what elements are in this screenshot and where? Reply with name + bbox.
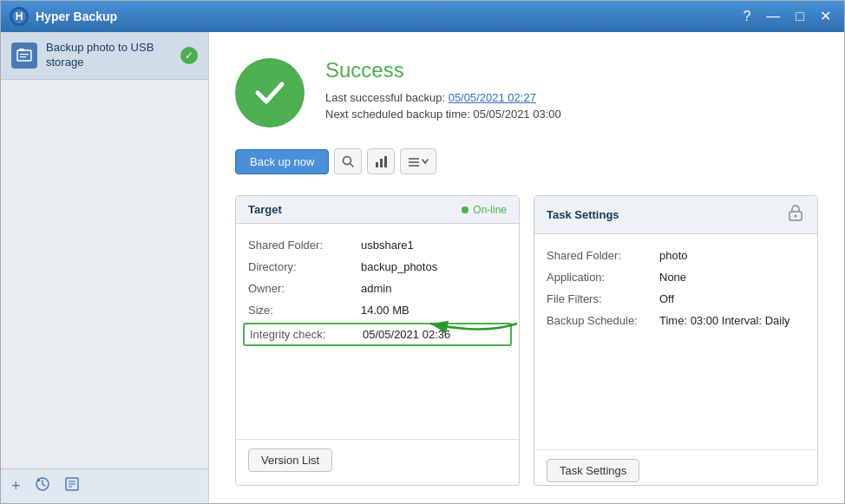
svg-rect-6 [20, 56, 26, 57]
table-row: Size: 14.00 MB [248, 299, 507, 321]
success-title: Success [325, 58, 561, 82]
lock-icon[interactable] [786, 203, 805, 226]
task-settings-button[interactable]: Task Settings [547, 459, 639, 482]
app-title: Hyper Backup [36, 10, 117, 23]
table-row: Owner: admin [248, 278, 507, 299]
directory-value: backup_photos [361, 260, 437, 273]
shared-folder-label: Shared Folder: [248, 239, 361, 252]
sidebar-item-status: ✓ [180, 47, 198, 64]
integrity-value: 05/05/2021 02:36 [363, 328, 450, 341]
success-section: Success Last successful backup: 05/05/20… [235, 58, 818, 128]
maximize-button[interactable]: □ [791, 8, 809, 25]
success-info: Success Last successful backup: 05/05/20… [325, 58, 561, 121]
task-panel-inner: Shared Folder: photo Application: None F… [534, 234, 817, 486]
task-panel-rows: Shared Folder: photo Application: None F… [534, 234, 817, 449]
svg-point-22 [795, 215, 797, 218]
sidebar-footer: + [1, 468, 208, 503]
last-backup-label: Last successful backup: [325, 91, 445, 104]
task-shared-folder-label: Shared Folder: [547, 249, 659, 262]
table-row: Shared Folder: photo [547, 245, 805, 266]
back-up-now-button[interactable]: Back up now [235, 149, 329, 174]
table-row: Application: None [547, 266, 805, 288]
sidebar: Backup photo to USB storage ✓ + [1, 32, 209, 503]
content-area: Success Last successful backup: 05/05/20… [209, 32, 844, 503]
success-icon [235, 58, 305, 128]
table-row: Directory: backup_photos [248, 256, 507, 278]
last-backup-info: Last successful backup: 05/05/2021 02:27 [325, 91, 561, 104]
task-shared-folder-value: photo [659, 249, 688, 262]
target-panel-title: Target [248, 203, 282, 216]
next-backup-info: Next scheduled backup time: 05/05/2021 0… [325, 108, 561, 121]
target-panel: Target On-line Shared Folder: usbshare1 [235, 195, 520, 486]
target-panel-rows: Shared Folder: usbshare1 Directory: back… [236, 224, 519, 439]
toolbar: Back up now [235, 148, 818, 174]
search-button[interactable] [334, 148, 362, 174]
panels: Target On-line Shared Folder: usbshare1 [235, 195, 818, 486]
owner-value: admin [361, 282, 391, 295]
app-logo-icon: H [10, 7, 29, 26]
svg-rect-4 [19, 49, 24, 51]
close-button[interactable]: ✕ [816, 8, 835, 25]
directory-label: Directory: [248, 260, 361, 273]
application-value: None [659, 271, 686, 284]
sidebar-item-label: Backup photo to USB storage [46, 41, 172, 70]
svg-rect-3 [17, 50, 31, 61]
integrity-label: Integrity check: [250, 328, 363, 341]
menu-button[interactable] [400, 148, 436, 174]
add-task-button[interactable]: + [11, 477, 21, 495]
svg-rect-15 [380, 159, 383, 167]
shared-folder-value: usbshare1 [361, 239, 414, 252]
backup-item-icon [11, 43, 37, 69]
owner-label: Owner: [248, 282, 361, 295]
table-row: Backup Schedule: Time: 03:00 Interval: D… [547, 310, 805, 331]
chart-button[interactable] [367, 148, 395, 174]
backup-schedule-label: Backup Schedule: [547, 314, 659, 327]
version-list-button[interactable]: Version List [248, 448, 332, 472]
integrity-check-wrapper: Integrity check: 05/05/2021 02:36 [248, 323, 507, 346]
titlebar: H Hyper Backup ? — □ ✕ [1, 1, 844, 32]
backup-schedule-value: Time: 03:00 Interval: Daily [659, 314, 790, 327]
size-label: Size: [248, 304, 361, 317]
svg-rect-5 [20, 54, 29, 55]
task-panel-title: Task Settings [547, 208, 619, 221]
file-filters-label: File Filters: [547, 292, 659, 305]
svg-line-13 [350, 163, 353, 167]
task-settings-panel: Task Settings Shared Folder [534, 195, 818, 486]
target-panel-header: Target On-line [236, 196, 519, 224]
sidebar-item-backup[interactable]: Backup photo to USB storage ✓ [1, 32, 208, 80]
size-value: 14.00 MB [361, 304, 409, 317]
table-row: Shared Folder: usbshare1 [248, 234, 507, 256]
table-row: File Filters: Off [547, 288, 805, 310]
minimize-button[interactable]: — [762, 8, 784, 25]
task-panel-footer: Task Settings [534, 449, 817, 486]
help-button[interactable]: ? [738, 8, 755, 25]
last-backup-time[interactable]: 05/05/2021 02:27 [449, 91, 536, 104]
status-online: On-line [462, 204, 507, 216]
task-panel-header: Task Settings [534, 196, 817, 234]
target-panel-footer: Version List [236, 439, 519, 481]
status-label: On-line [473, 204, 507, 216]
status-dot [462, 206, 468, 213]
titlebar-left: H Hyper Backup [10, 7, 117, 26]
log-button[interactable] [64, 476, 80, 496]
svg-rect-16 [384, 156, 387, 167]
file-filters-value: Off [659, 292, 674, 305]
svg-text:H: H [16, 10, 23, 23]
restore-button[interactable] [35, 476, 50, 496]
titlebar-controls: ? — □ ✕ [738, 8, 835, 25]
integrity-row: Integrity check: 05/05/2021 02:36 [243, 323, 512, 346]
target-panel-inner: Shared Folder: usbshare1 Directory: back… [236, 224, 519, 481]
main-layout: Backup photo to USB storage ✓ + [1, 32, 844, 503]
main-window: H Hyper Backup ? — □ ✕ [0, 0, 845, 504]
application-label: Application: [547, 271, 659, 284]
svg-rect-14 [376, 162, 378, 167]
